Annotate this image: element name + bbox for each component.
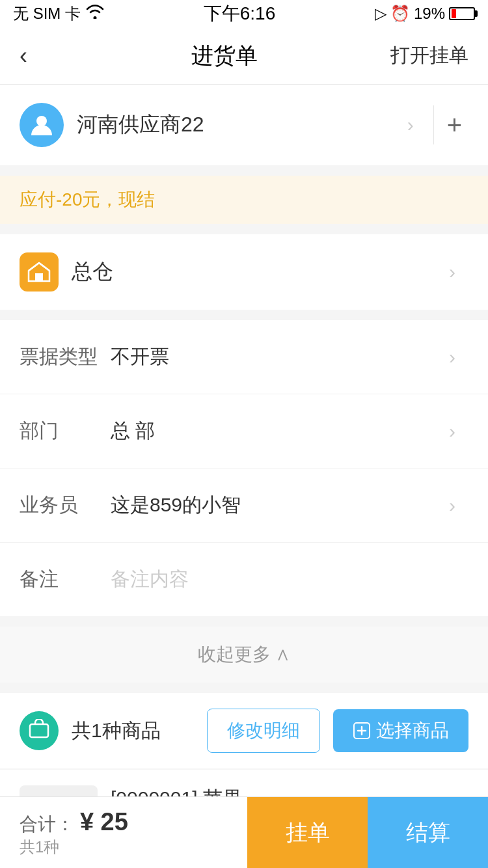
add-supplier-button[interactable]: + — [441, 111, 468, 140]
svg-rect-2 — [30, 724, 48, 737]
product-count-icon — [20, 711, 59, 750]
warehouse-icon — [20, 252, 59, 292]
vertical-divider — [433, 105, 434, 144]
select-product-icon — [353, 722, 371, 740]
supplier-section: 河南供应商22 › + — [0, 85, 488, 165]
form-section: 票据类型 不开票 › 部门 总 部 › 业务员 这是859的小智 › 备注 备注… — [0, 320, 488, 616]
status-right: ▷ ⏰ 19% — [375, 5, 475, 23]
department-label: 部门 — [20, 418, 98, 444]
staff-value: 这是859的小智 — [98, 492, 449, 519]
chevron-right-icon: › — [449, 420, 455, 442]
wifi-icon — [86, 5, 104, 23]
chevron-right-icon: › — [449, 495, 455, 517]
total-line: 合计： ¥ 25 — [20, 808, 228, 837]
status-time: 下午6:16 — [204, 1, 276, 26]
chevron-right-icon: › — [449, 346, 455, 368]
ticket-type-value: 不开票 — [98, 344, 449, 370]
back-button[interactable]: ‹ — [20, 42, 59, 70]
warehouse-row[interactable]: 总仓 › — [0, 234, 488, 310]
chevron-right-icon: › — [449, 261, 455, 283]
warehouse-name: 总仓 — [72, 258, 449, 286]
select-product-button[interactable]: 选择商品 — [333, 709, 468, 752]
checkout-button[interactable]: 结算 — [368, 797, 488, 869]
page-title: 进货单 — [191, 41, 258, 71]
user-icon — [29, 112, 55, 138]
ticket-type-label: 票据类型 — [20, 344, 98, 370]
status-left: 无 SIM 卡 — [13, 3, 104, 24]
chevron-right-icon: › — [407, 114, 414, 136]
bottom-bar: 合计： ¥ 25 共1种 挂单 结算 — [0, 796, 488, 868]
collapse-button[interactable]: 收起更多 ∧ — [0, 627, 488, 683]
department-row[interactable]: 部门 总 部 › — [0, 394, 488, 468]
notice-banner: 应付-20元，现结 — [0, 176, 488, 224]
hang-button[interactable]: 挂单 — [247, 797, 368, 869]
total-amount: ¥ 25 — [80, 808, 128, 835]
warehouse-section: 总仓 › — [0, 234, 488, 310]
battery-percent: 19% — [414, 5, 445, 23]
total-sub: 共1种 — [20, 837, 228, 858]
carrier-text: 无 SIM 卡 — [13, 3, 81, 24]
supplier-avatar — [20, 103, 64, 147]
total-label: 合计： — [20, 814, 74, 834]
house-icon — [27, 260, 51, 284]
edit-detail-button[interactable]: 修改明细 — [207, 709, 320, 753]
department-value: 总 部 — [98, 418, 449, 444]
remark-label: 备注 — [20, 566, 98, 593]
supplier-row[interactable]: 河南供应商22 › + — [0, 85, 488, 165]
remark-row[interactable]: 备注 备注内容 — [0, 543, 488, 616]
battery-icon — [449, 7, 475, 20]
nav-bar: ‹ 进货单 打开挂单 — [0, 27, 488, 85]
open-hang-button[interactable]: 打开挂单 — [390, 42, 468, 69]
status-bar: 无 SIM 卡 下午6:16 ▷ ⏰ 19% — [0, 0, 488, 27]
svg-rect-1 — [35, 273, 43, 281]
location-icon: ▷ — [375, 5, 386, 23]
select-product-label: 选择商品 — [376, 718, 449, 743]
staff-label: 业务员 — [20, 492, 98, 519]
staff-row[interactable]: 业务员 这是859的小智 › — [0, 468, 488, 543]
svg-point-0 — [36, 116, 47, 126]
product-count-text: 共1种商品 — [72, 718, 194, 744]
remark-placeholder: 备注内容 — [98, 566, 468, 593]
alarm-icon: ⏰ — [390, 5, 410, 23]
cart-icon — [27, 719, 51, 742]
total-section: 合计： ¥ 25 共1种 — [0, 808, 247, 858]
product-header: 共1种商品 修改明细 选择商品 — [0, 693, 488, 768]
ticket-type-row[interactable]: 票据类型 不开票 › — [0, 320, 488, 394]
supplier-name: 河南供应商22 — [77, 111, 407, 139]
